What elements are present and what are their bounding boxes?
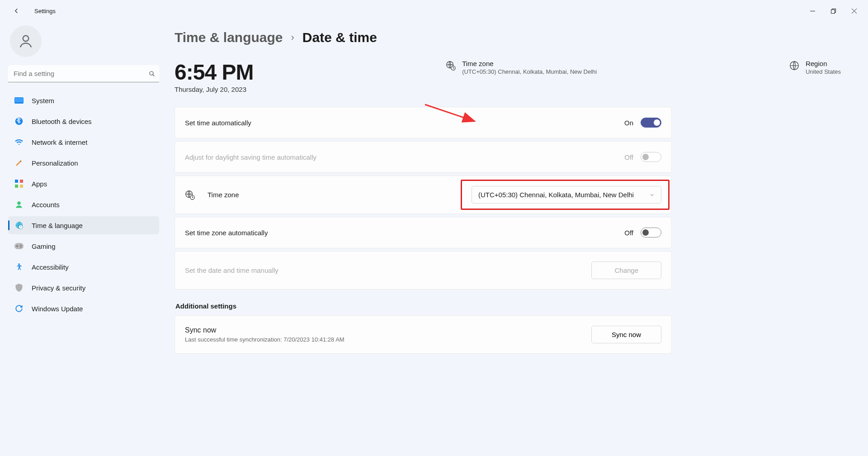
sidebar-item-accessibility[interactable]: Accessibility (8, 258, 159, 276)
person-icon (18, 33, 34, 49)
sidebar-item-personalization[interactable]: Personalization (8, 154, 159, 172)
svg-rect-9 (15, 185, 18, 188)
bluetooth-icon (14, 117, 24, 126)
search-input[interactable] (8, 65, 159, 82)
setting-dst-auto: Adjust for daylight saving time automati… (175, 141, 672, 173)
chevron-down-icon (649, 192, 655, 198)
maximize-icon (831, 9, 836, 14)
svg-rect-8 (20, 180, 23, 183)
setting-set-tz-auto: Set time zone automatically Off (175, 217, 672, 248)
sidebar-item-time-language[interactable]: Time & language (8, 216, 159, 234)
set-time-auto-toggle[interactable] (641, 118, 661, 128)
setting-label: Time zone (208, 191, 239, 199)
set-tz-auto-toggle[interactable] (641, 228, 661, 238)
sidebar-item-windows-update[interactable]: Windows Update (8, 299, 159, 318)
sync-label: Sync now (185, 326, 344, 334)
toggle-state-label: Off (624, 229, 633, 237)
accessibility-icon (14, 262, 24, 271)
sidebar-item-label: Privacy & security (32, 284, 85, 292)
sidebar-item-label: Accessibility (32, 263, 69, 271)
sidebar-item-bluetooth[interactable]: Bluetooth & devices (8, 112, 159, 130)
wifi-icon (14, 138, 24, 147)
user-avatar[interactable] (10, 25, 42, 57)
svg-point-3 (150, 71, 153, 75)
chevron-right-icon: › (291, 32, 294, 43)
svg-rect-10 (20, 185, 23, 188)
app-title: Settings (34, 8, 56, 14)
timezone-value: (UTC+05:30) Chennai, Kolkata, Mumbai, Ne… (462, 68, 597, 75)
sidebar-item-system[interactable]: System (8, 91, 159, 109)
page-title: Date & time (302, 30, 377, 45)
setting-label: Set the date and time manually (185, 266, 278, 274)
setting-label: Adjust for daylight saving time automati… (185, 153, 316, 161)
svg-point-18 (18, 263, 20, 265)
timezone-title: Time zone (462, 60, 597, 67)
dropdown-value: (UTC+05:30) Chennai, Kolkata, Mumbai, Ne… (478, 191, 634, 199)
toggle-state-label: On (624, 119, 633, 127)
globe-clock-icon (446, 61, 456, 71)
svg-point-11 (17, 201, 21, 205)
sidebar-item-network[interactable]: Network & internet (8, 133, 159, 151)
sidebar-item-label: Gaming (32, 242, 56, 250)
search-icon (148, 70, 156, 77)
sidebar-item-gaming[interactable]: Gaming (8, 237, 159, 255)
account-icon (14, 200, 24, 209)
clock-block: 6:54 PM Thursday, July 20, 2023 (175, 60, 253, 93)
display-icon (14, 96, 24, 105)
setting-set-manual: Set the date and time manually Change (175, 251, 672, 290)
minimize-button[interactable] (802, 4, 823, 18)
sidebar-item-apps[interactable]: Apps (8, 175, 159, 193)
timezone-summary: Time zone (UTC+05:30) Chennai, Kolkata, … (446, 60, 597, 75)
svg-point-16 (20, 245, 22, 246)
sidebar-item-label: Accounts (32, 201, 60, 209)
settings-cards: Set time automatically On Adjust for day… (175, 107, 672, 290)
globe-clock-icon (185, 190, 195, 200)
update-icon (14, 304, 24, 313)
svg-point-17 (20, 246, 22, 247)
back-button[interactable] (7, 2, 25, 20)
apps-icon (14, 179, 24, 188)
search-button[interactable] (148, 70, 156, 77)
svg-point-15 (16, 245, 18, 247)
sidebar-item-label: Personalization (32, 159, 78, 167)
svg-point-2 (23, 36, 29, 42)
sync-now-button[interactable]: Sync now (591, 326, 661, 343)
setting-label: Set time automatically (185, 119, 251, 127)
minimize-icon (810, 9, 815, 14)
timezone-dropdown[interactable]: (UTC+05:30) Chennai, Kolkata, Mumbai, Ne… (472, 186, 661, 204)
info-row: 6:54 PM Thursday, July 20, 2023 Time zon… (175, 60, 850, 93)
sidebar-item-label: System (32, 97, 54, 104)
sidebar-item-label: Windows Update (32, 305, 83, 313)
nav-list: System Bluetooth & devices Network & int… (8, 91, 159, 318)
sidebar-item-label: Bluetooth & devices (32, 118, 92, 125)
svg-rect-7 (15, 180, 18, 183)
sidebar-item-label: Time & language (32, 222, 83, 229)
svg-rect-1 (831, 10, 835, 13)
region-summary: Region United States (789, 60, 841, 75)
sidebar-item-privacy[interactable]: Privacy & security (8, 279, 159, 297)
additional-settings-header: Additional settings (175, 302, 850, 310)
window-controls (802, 4, 864, 18)
close-button[interactable] (844, 4, 864, 18)
breadcrumb-parent[interactable]: Time & language (175, 30, 283, 45)
gamepad-icon (14, 242, 24, 251)
main-content: Time & language › Date & time 6:54 PM Th… (167, 22, 868, 456)
maximize-button[interactable] (823, 4, 844, 18)
svg-rect-14 (14, 243, 24, 249)
globe-clock-icon (14, 221, 24, 230)
search-box (8, 65, 159, 82)
sync-subtext: Last successful time synchronization: 7/… (185, 336, 344, 343)
setting-sync-now: Sync now Last successful time synchroniz… (175, 315, 672, 354)
breadcrumb: Time & language › Date & time (175, 30, 850, 45)
sidebar-item-label: Apps (32, 180, 47, 188)
setting-timezone: Time zone (UTC+05:30) Chennai, Kolkata, … (175, 176, 672, 214)
close-icon (852, 9, 857, 14)
setting-label: Set time zone automatically (185, 229, 268, 237)
region-title: Region (806, 60, 841, 67)
title-bar: Settings (0, 0, 868, 22)
sidebar-item-accounts[interactable]: Accounts (8, 195, 159, 214)
arrow-left-icon (12, 7, 20, 15)
current-time: 6:54 PM (175, 60, 253, 85)
sidebar-item-label: Network & internet (32, 138, 87, 146)
setting-set-time-auto: Set time automatically On (175, 107, 672, 138)
